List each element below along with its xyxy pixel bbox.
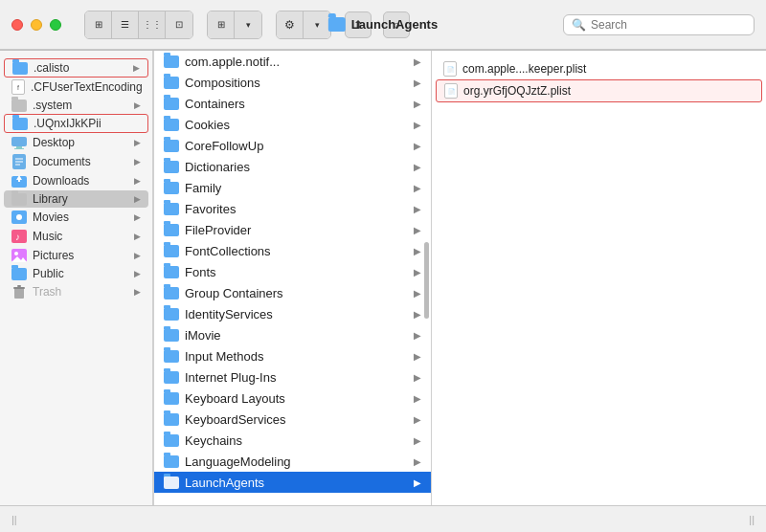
pane-label-corefollowup: CoreFollowUp <box>185 139 408 153</box>
pane-item-input-methods[interactable]: Input Methods ▶ <box>154 345 431 366</box>
folder-icon-public <box>11 268 27 280</box>
pane-label-input-methods: Input Methods <box>185 349 408 364</box>
right-pane: 📄 com.apple....keeper.plist 📄 org.yrGfjO… <box>432 51 766 505</box>
folder-icon-favorites <box>164 203 179 215</box>
title-text: LaunchAgents <box>351 17 438 32</box>
svg-rect-9 <box>18 178 20 182</box>
pane-item-family[interactable]: Family ▶ <box>154 177 431 198</box>
svg-point-15 <box>14 252 18 255</box>
pane-label-imovie: iMovie <box>185 328 408 343</box>
folder-icon-keyboardservices <box>164 413 179 426</box>
folder-icon-family <box>164 182 179 194</box>
action-group[interactable]: ⚙ ▾ <box>276 11 331 39</box>
pane-label-identityservices: IdentityServices <box>185 307 408 321</box>
pane-item-corefollowup[interactable]: CoreFollowUp ▶ <box>154 135 431 156</box>
chevron-identityservices: ▶ <box>414 309 421 320</box>
view-mode-buttons[interactable]: ⊞ ☰ ⋮⋮ ⊡ <box>84 11 193 39</box>
pane-item-keychains[interactable]: Keychains ▶ <box>154 430 431 451</box>
window-controls[interactable] <box>11 19 61 31</box>
pane-item-keyboardservices[interactable]: KeyboardServices ▶ <box>154 409 431 430</box>
window-title: LaunchAgents <box>328 17 438 32</box>
sidebar-item-system[interactable]: .system ▶ <box>4 97 148 114</box>
action-dropdown-button[interactable]: ▾ <box>304 11 330 38</box>
search-icon: 🔍 <box>572 18 586 32</box>
chevron-corefollowup: ▶ <box>414 141 421 151</box>
sidebar-label-documents: Documents <box>33 155 91 168</box>
pane-item-favorites[interactable]: Favorites ▶ <box>154 198 431 219</box>
pane-label-keyboardservices: KeyboardServices <box>185 412 408 427</box>
pane-item-language-modeling[interactable]: LanguageModeling ▶ <box>154 451 431 472</box>
sidebar-item-downloads[interactable]: Downloads ▶ <box>4 171 148 190</box>
pane-item-cookies[interactable]: Cookies ▶ <box>154 114 431 135</box>
search-bar[interactable]: 🔍 <box>563 14 755 35</box>
sidebar-item-music[interactable]: ♪ Music ▶ <box>4 227 148 246</box>
svg-rect-1 <box>16 146 22 148</box>
pane-item-imovie[interactable]: iMovie ▶ <box>154 324 431 345</box>
sidebar-item-movies[interactable]: Movies ▶ <box>4 208 148 227</box>
folder-icon-dictionaries <box>164 161 179 173</box>
trash-icon <box>11 284 27 299</box>
pane-item-fileprovider[interactable]: FileProvider ▶ <box>154 219 431 240</box>
sidebar-label-downloads: Downloads <box>33 174 89 188</box>
pane-item-fontcollections[interactable]: FontCollections ▶ <box>154 240 431 261</box>
maximize-button[interactable] <box>50 19 61 31</box>
folder-icon-corefollowup <box>164 140 179 152</box>
sidebar-item-desktop[interactable]: Desktop ▶ <box>4 133 148 152</box>
pane-item-identityservices[interactable]: IdentityServices ▶ <box>154 303 431 324</box>
view-options-button[interactable]: ⊞ <box>208 11 235 38</box>
pane-item-dictionaries[interactable]: Dictionaries ▶ <box>154 156 431 177</box>
file-item-com-apple-keeper[interactable]: 📄 com.apple....keeper.plist <box>436 58 762 79</box>
file-item-org-yr[interactable]: 📄 org.yrGfjOQJztZ.plist <box>436 79 762 102</box>
sidebar-item-documents[interactable]: Documents ▶ <box>4 152 148 171</box>
folder-icon-launch-agents <box>164 477 179 489</box>
sidebar-label-public: Public <box>33 267 64 280</box>
chevron-favorites: ▶ <box>414 204 421 214</box>
folder-icon-input-methods <box>164 350 179 363</box>
icon-view-button[interactable]: ⊞ <box>85 11 112 38</box>
view-dropdown-button[interactable]: ▾ <box>235 11 261 38</box>
sidebar-item-uqnxl[interactable]: .UQnxIJkKPii <box>4 114 148 133</box>
list-view-button[interactable]: ☰ <box>112 11 139 38</box>
sidebar-item-library[interactable]: Library ▶ <box>4 190 148 208</box>
pane-label-compositions: Compositions <box>185 76 408 90</box>
pane-item-com-apple[interactable]: com.apple.notif... ▶ <box>154 51 431 72</box>
minimize-button[interactable] <box>31 19 42 31</box>
sidebar-label-cfuser: .CFUserTextEncoding <box>31 80 143 94</box>
scrollbar-thumb[interactable] <box>424 242 429 319</box>
action-button[interactable]: ⚙ <box>277 11 304 38</box>
movies-icon <box>11 210 27 225</box>
chevron-com-apple: ▶ <box>414 56 421 67</box>
sidebar-item-pictures[interactable]: Pictures ▶ <box>4 246 148 265</box>
column-view-button[interactable]: ⋮⋮ <box>139 11 166 38</box>
pane-label-dictionaries: Dictionaries <box>185 160 408 174</box>
chevron-keychains: ▶ <box>414 435 421 446</box>
plist-icon-org-yr: 📄 <box>444 83 458 99</box>
pane-item-fonts[interactable]: Fonts ▶ <box>154 261 431 282</box>
folder-icon-containers <box>164 98 179 110</box>
pane-item-launch-agents[interactable]: LaunchAgents ▶ <box>154 472 431 493</box>
pane-label-family: Family <box>185 181 408 195</box>
folder-icon-internet-plugins <box>164 371 179 384</box>
sidebar-item-cfuser[interactable]: f .CFUserTextEncoding <box>4 78 148 97</box>
pane-label-internet-plugins: Internet Plug-Ins <box>185 370 408 385</box>
sidebar-item-calisto[interactable]: .calisto ▶ <box>4 58 148 78</box>
finder-body: .calisto ▶ f .CFUserTextEncoding .system… <box>0 50 766 505</box>
pane-item-internet-plugins[interactable]: Internet Plug-Ins ▶ <box>154 366 431 388</box>
statusbar: || || <box>0 505 766 532</box>
pane-item-compositions[interactable]: Compositions ▶ <box>154 72 431 93</box>
search-input[interactable] <box>591 18 746 32</box>
pane-item-containers[interactable]: Containers ▶ <box>154 93 431 114</box>
pane-item-group-containers[interactable]: Group Containers ▶ <box>154 282 431 303</box>
pane-label-containers: Containers <box>185 97 408 111</box>
pane-item-keyboard-layouts[interactable]: Keyboard Layouts ▶ <box>154 388 431 409</box>
pane-label-favorites: Favorites <box>185 202 408 216</box>
chevron-cookies: ▶ <box>414 120 421 130</box>
view-options-group[interactable]: ⊞ ▾ <box>207 11 262 39</box>
sidebar-item-trash[interactable]: Trash ▶ <box>4 282 148 301</box>
folder-icon-group-containers <box>164 287 179 299</box>
chevron-fonts: ▶ <box>414 267 421 277</box>
gallery-view-button[interactable]: ⊡ <box>166 11 192 38</box>
sidebar-item-public[interactable]: Public ▶ <box>4 265 148 282</box>
close-button[interactable] <box>11 19 23 31</box>
svg-text:♪: ♪ <box>15 232 20 242</box>
